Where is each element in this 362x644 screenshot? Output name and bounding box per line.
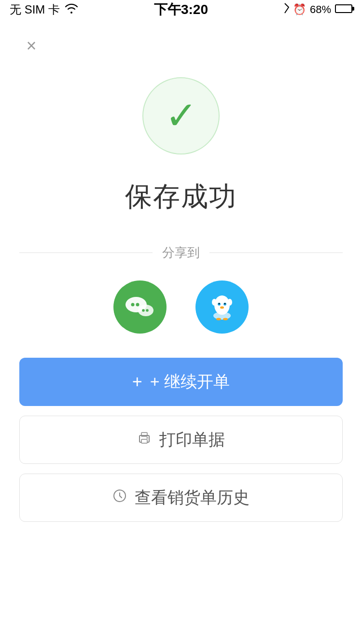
svg-point-12 <box>220 306 224 308</box>
continue-order-label: + 继续开单 <box>150 371 230 393</box>
close-area: × <box>0 19 362 68</box>
svg-point-16 <box>223 318 228 320</box>
svg-point-15 <box>216 318 221 320</box>
svg-point-20 <box>147 437 148 439</box>
svg-rect-18 <box>141 439 147 443</box>
svg-point-7 <box>213 312 231 320</box>
action-buttons: + + 继续开单 打印单据 查看销货单历史 <box>19 358 343 522</box>
success-icon-container: ✓ <box>142 77 220 154</box>
carrier-text: 无 SIM 卡 <box>10 2 60 17</box>
wechat-share-button[interactable] <box>113 280 167 334</box>
main-content: ✓ 保存成功 分享到 <box>0 68 362 644</box>
wifi-icon <box>65 3 78 16</box>
svg-point-2 <box>136 303 139 307</box>
continue-order-button[interactable]: + + 继续开单 <box>19 358 343 406</box>
location-icon <box>280 3 289 16</box>
close-icon: × <box>26 37 36 55</box>
plus-icon: + <box>132 372 142 392</box>
status-bar: 无 SIM 卡 下午3:20 ⏰ 68% <box>0 0 362 19</box>
history-label: 查看销货单历史 <box>135 487 250 509</box>
svg-point-3 <box>138 305 153 316</box>
svg-point-1 <box>131 303 135 307</box>
svg-point-4 <box>142 309 145 312</box>
svg-point-11 <box>224 303 225 304</box>
battery-percent: 68% <box>310 3 331 16</box>
share-divider: 分享到 <box>19 244 343 261</box>
history-icon <box>112 489 127 507</box>
svg-point-14 <box>227 299 232 306</box>
share-label: 分享到 <box>162 244 200 261</box>
checkmark-icon: ✓ <box>165 97 197 135</box>
svg-point-5 <box>146 309 149 312</box>
wechat-icon-svg <box>123 290 157 324</box>
battery-icon <box>335 3 352 16</box>
alarm-icon: ⏰ <box>293 3 306 16</box>
share-icons <box>19 280 343 334</box>
print-icon <box>137 431 152 449</box>
svg-point-13 <box>212 299 217 306</box>
success-title: 保存成功 <box>125 179 237 215</box>
qq-icon-svg <box>207 292 238 323</box>
time-display: 下午3:20 <box>154 0 208 19</box>
status-left: 无 SIM 卡 <box>10 2 78 17</box>
status-right: ⏰ 68% <box>280 3 352 16</box>
close-button[interactable]: × <box>19 34 43 58</box>
print-label: 打印单据 <box>159 429 225 451</box>
print-button[interactable]: 打印单据 <box>19 416 343 464</box>
qq-share-button[interactable] <box>195 280 249 334</box>
share-section: 分享到 <box>19 244 343 334</box>
svg-point-10 <box>218 303 220 304</box>
history-button[interactable]: 查看销货单历史 <box>19 474 343 522</box>
